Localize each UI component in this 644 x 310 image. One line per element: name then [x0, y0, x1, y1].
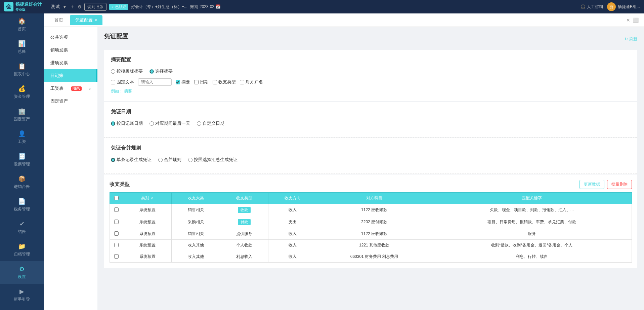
- row-checkbox[interactable]: [114, 220, 119, 224]
- row-keywords: 收到*借款、收到*备用金、退回*备用金、个人: [432, 240, 632, 251]
- sidebar-item-tax[interactable]: 📄 税务管理: [0, 194, 44, 216]
- sidebar-item-salary[interactable]: 👤 工资: [0, 126, 44, 149]
- checkbox-summary[interactable]: 摘要: [176, 79, 190, 85]
- table-section-title: 收支类型: [110, 181, 130, 188]
- type-tag-button[interactable]: 收款: [238, 207, 251, 213]
- summary-section: 摘要配置 按模板版摘要 选择摘要: [104, 50, 637, 101]
- row-category: 系统预置: [123, 228, 172, 240]
- radio-aggregate[interactable]: 按照选择汇总生成凭证: [188, 157, 238, 163]
- settings-sidebar-icon: ⚙: [19, 265, 25, 273]
- row-direction: 收入: [268, 240, 317, 251]
- tab-close-icon[interactable]: ×: [95, 18, 97, 23]
- row-account: 1221 其他应收款: [317, 240, 432, 251]
- type-tag-button[interactable]: 付款: [238, 219, 251, 225]
- sidebar-item-archive[interactable]: 📁 归档管理: [0, 239, 44, 261]
- row-major-type: 销售相关: [172, 204, 220, 216]
- content-area: 首页 凭证配置 × ✕ ⬜ 公共选项 销项发票 进项发票: [44, 13, 644, 310]
- sidebar-item-guide[interactable]: ▶ 新手引导: [0, 284, 44, 306]
- radio-select[interactable]: 选择摘要: [149, 68, 173, 74]
- left-menu-item-fixed-assets[interactable]: 固定资产: [44, 95, 97, 108]
- checkbox-income-type[interactable]: 收支类型: [213, 79, 236, 85]
- left-menu-item-journal[interactable]: 日记账: [44, 69, 97, 82]
- row-account: 1122 应收账款: [317, 228, 432, 240]
- income-expense-table: 类别 ∨ 收支大类 收支类型 收支方向: [110, 192, 632, 263]
- sidebar-item-member[interactable]: 👑 畅会员: [0, 306, 44, 310]
- refresh-button[interactable]: ↻ 刷新: [625, 36, 637, 42]
- radio-custom-date[interactable]: 自定义日期: [197, 120, 224, 126]
- batch-delete-button[interactable]: 批量删除: [607, 180, 632, 189]
- tab-home[interactable]: 首页: [49, 15, 69, 25]
- update-data-button[interactable]: 更新数据: [579, 180, 604, 189]
- logo-icon: 会: [4, 2, 13, 11]
- main-content: 凭证配置 ↻ 刷新 摘要配置 按模板版摘要: [97, 27, 644, 310]
- row-type: 利息收入: [220, 251, 268, 263]
- user-menu[interactable]: 捷 畅捷通B组...: [607, 2, 640, 11]
- service-button[interactable]: 🎧 人工咨询: [581, 4, 603, 10]
- summary-section-title: 摘要配置: [111, 56, 631, 63]
- row-major-type: 销售相关: [172, 228, 220, 240]
- checkbox-date[interactable]: 日期: [194, 79, 209, 85]
- row-type: 付款: [220, 216, 268, 228]
- table-row: 系统预置 采购相关 付款 支出 2202 应付账款 项目、日常费用、报销款、车费…: [110, 216, 632, 228]
- select-all-checkbox[interactable]: [114, 196, 119, 200]
- sidebar-item-settle[interactable]: ✔ 结账: [0, 216, 44, 239]
- radio-journal-date[interactable]: 按日记账日期: [111, 120, 143, 126]
- new-badge: NEW: [71, 86, 82, 91]
- th-checkbox: [110, 193, 123, 204]
- sidebar-item-assets[interactable]: 🏢 固定资产: [0, 104, 44, 126]
- summary-preview: 例如： 摘要: [111, 88, 631, 94]
- avatar: 捷: [607, 2, 616, 11]
- archive-icon: 📁: [18, 243, 26, 250]
- row-checkbox[interactable]: [114, 207, 119, 212]
- radio-single-record[interactable]: 单条记录生成凭证: [111, 157, 152, 163]
- row-checkbox-cell: [110, 204, 123, 216]
- refresh-icon: ↻: [625, 37, 628, 41]
- sidebar-item-funds[interactable]: 💰 资金管理: [0, 81, 44, 104]
- row-major-type: 采购相关: [172, 216, 220, 228]
- settings-icon[interactable]: ⚙: [78, 4, 82, 9]
- calendar-icon[interactable]: 📅: [216, 4, 221, 9]
- sidebar-item-reports[interactable]: 📋 报表中心: [0, 59, 44, 81]
- add-button[interactable]: ＋: [70, 3, 75, 10]
- checkbox-fixed-text[interactable]: 固定文本: [111, 79, 134, 85]
- sidebar-item-home[interactable]: 🏠 首页: [0, 13, 44, 36]
- left-menu-item-payroll[interactable]: 工资表 NEW ›: [44, 82, 97, 95]
- settle-icon: ✔: [19, 220, 25, 228]
- sidebar-item-settings[interactable]: ⚙ 设置: [0, 261, 44, 284]
- radio-period-last-day[interactable]: 对应期间最后一天: [149, 120, 190, 126]
- left-menu-item-purchase-invoice[interactable]: 进项发票: [44, 56, 97, 69]
- row-keywords: 服务: [432, 228, 632, 240]
- row-type: 个人收款: [220, 240, 268, 251]
- sidebar-item-purchase[interactable]: 📦 进销台账: [0, 171, 44, 194]
- ledger-icon: 📊: [18, 40, 26, 47]
- sidebar-item-ledger[interactable]: 📊 总账: [0, 36, 44, 59]
- top-bar-center: 测试 ▼ ＋ ⚙ 切到旧版 ✓ 已认证 好会计（专）+好生意（标）+... 账期…: [51, 3, 577, 11]
- app-edition: 专业版: [15, 7, 42, 12]
- fixed-text-input[interactable]: [138, 78, 172, 86]
- th-direction: 收支方向: [268, 193, 317, 204]
- radio-template[interactable]: 按模板版摘要: [111, 68, 143, 74]
- table-section: 收支类型 更新数据 批量删除: [104, 175, 637, 268]
- firm-dropdown-icon[interactable]: ▼: [62, 4, 67, 9]
- left-menu-item-public[interactable]: 公共选项: [44, 31, 97, 44]
- radio-merge-rule[interactable]: 合并规则: [158, 157, 181, 163]
- row-category: 系统预置: [123, 204, 172, 216]
- row-direction: 收入: [268, 228, 317, 240]
- row-checkbox[interactable]: [114, 254, 119, 259]
- tab-maximize-button[interactable]: ⬜: [633, 17, 639, 23]
- sidebar-item-invoices[interactable]: 🧾 发票管理: [0, 149, 44, 171]
- switch-version-button[interactable]: 切到旧版: [84, 3, 106, 11]
- checkbox-counterparty[interactable]: 对方户名: [240, 79, 263, 85]
- headset-icon: 🎧: [581, 4, 586, 9]
- row-checkbox[interactable]: [114, 231, 119, 236]
- row-checkbox[interactable]: [114, 243, 119, 247]
- tab-voucher-config[interactable]: 凭证配置 ×: [70, 15, 102, 25]
- tab-close-button[interactable]: ✕: [626, 17, 630, 23]
- left-menu-item-sales-invoice[interactable]: 销项发票: [44, 44, 97, 56]
- row-major-type: 收入其他: [172, 240, 220, 251]
- purchase-icon: 📦: [18, 175, 26, 183]
- merge-radio-group: 单条记录生成凭证 合并规则 按照选择汇总生成凭证: [111, 157, 631, 163]
- row-checkbox-cell: [110, 216, 123, 228]
- left-menu: 公共选项 销项发票 进项发票 日记账 工资表 NEW › 固定资产: [44, 27, 97, 310]
- table-header-row: 收支类型 更新数据 批量删除: [110, 180, 632, 189]
